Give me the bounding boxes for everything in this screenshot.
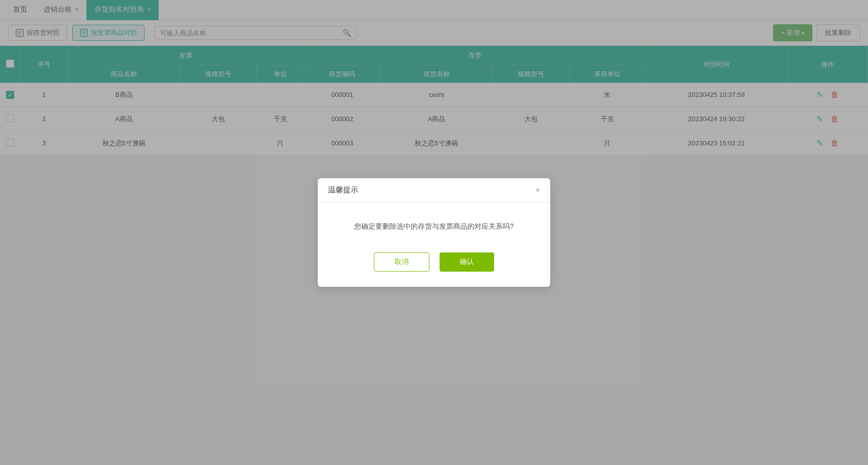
overlay: 温馨提示 × 您确定要删除选中的存货与发票商品的对应关系吗? 取消 确认	[0, 0, 868, 156]
